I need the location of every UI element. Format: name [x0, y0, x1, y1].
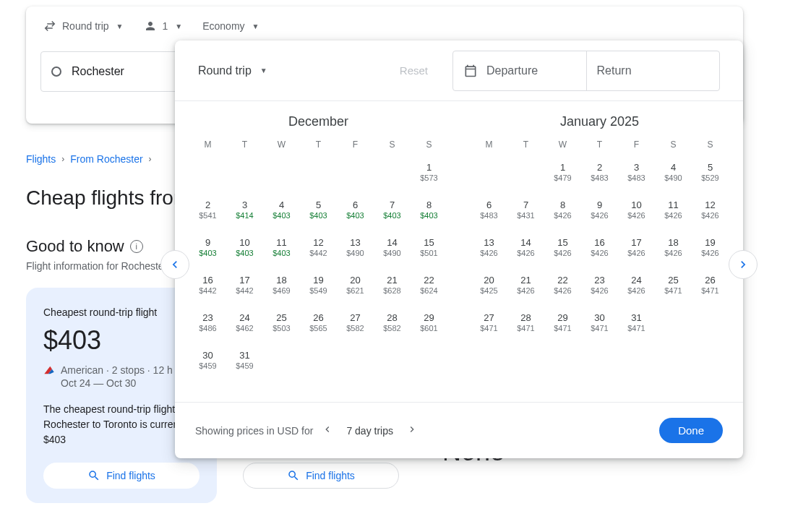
- reset-button[interactable]: Reset: [400, 64, 428, 77]
- calendar-day[interactable]: 28$582: [374, 306, 411, 339]
- calendar-day[interactable]: 7$403: [374, 193, 411, 226]
- calendar-day[interactable]: 14$426: [507, 231, 544, 264]
- picker-trip-type-select[interactable]: Round trip ▼: [198, 64, 267, 77]
- calendar-day[interactable]: 13$426: [471, 231, 507, 264]
- day-number: 23: [594, 275, 604, 286]
- passengers-select[interactable]: 1 ▼: [141, 15, 186, 37]
- find-flights-button-2[interactable]: Find flights: [243, 463, 399, 489]
- calendar-day[interactable]: 9$403: [189, 231, 226, 264]
- calendar-day[interactable]: 7$431: [507, 193, 544, 226]
- calendar-day[interactable]: 2$483: [581, 155, 618, 189]
- calendar-day[interactable]: 20$621: [337, 268, 374, 301]
- day-price: $403: [346, 211, 364, 220]
- calendar-day[interactable]: 2$541: [189, 193, 226, 226]
- day-number: 20: [484, 275, 494, 286]
- calendar-day[interactable]: 1$573: [411, 155, 447, 189]
- calendar-day[interactable]: 23$486: [189, 306, 226, 339]
- day-price: $442: [199, 286, 216, 295]
- cabin-label: Economy: [202, 20, 244, 32]
- calendar-day[interactable]: 4$490: [655, 155, 692, 189]
- calendar-day[interactable]: 11$426: [655, 193, 692, 226]
- breadcrumb-flights[interactable]: Flights: [26, 153, 56, 165]
- calendar-day[interactable]: 29$471: [544, 306, 581, 339]
- trip-type-select[interactable]: Round trip ▼: [40, 15, 126, 37]
- caret-down-icon: ▼: [116, 22, 124, 30]
- calendar-day[interactable]: 30$459: [189, 343, 226, 377]
- calendar-day[interactable]: 13$490: [337, 231, 374, 264]
- day-number: 14: [520, 237, 531, 248]
- day-price: $442: [309, 249, 327, 257]
- calendar-day[interactable]: 21$426: [507, 268, 544, 301]
- origin-value: Rochester: [72, 65, 124, 78]
- calendar-day[interactable]: 21$628: [374, 268, 411, 301]
- calendar-day[interactable]: 10$426: [618, 193, 655, 226]
- calendar-day[interactable]: 14$490: [374, 231, 411, 264]
- calendar-day[interactable]: 27$582: [337, 306, 374, 339]
- calendar-day[interactable]: 29$601: [411, 306, 447, 339]
- calendar-day[interactable]: 28$471: [507, 306, 544, 339]
- breadcrumb-from[interactable]: From Rochester: [70, 153, 142, 165]
- calendar-day[interactable]: 16$442: [189, 268, 226, 301]
- find-flights-button[interactable]: Find flights: [43, 463, 199, 489]
- calendar-day[interactable]: 22$624: [411, 268, 447, 301]
- day-price: $549: [309, 286, 327, 295]
- day-price: $624: [420, 286, 437, 295]
- calendar-day[interactable]: 18$469: [263, 268, 300, 301]
- calendar-day[interactable]: 3$414: [226, 193, 263, 226]
- caret-down-icon: ▼: [260, 66, 267, 74]
- calendar-day[interactable]: 6$403: [337, 193, 374, 226]
- calendar-day[interactable]: 16$426: [581, 231, 618, 264]
- day-number: 10: [239, 237, 249, 248]
- calendar-day[interactable]: 11$403: [263, 231, 300, 264]
- calendar-day[interactable]: 3$483: [618, 155, 655, 189]
- trip-length-prev[interactable]: [322, 424, 333, 437]
- calendar-day[interactable]: 26$565: [300, 306, 337, 339]
- calendar-day[interactable]: 9$426: [581, 193, 618, 226]
- calendar-day[interactable]: 8$426: [544, 193, 581, 226]
- good-to-know-sub: Flight information for Rochester: [26, 260, 167, 272]
- prev-month-button[interactable]: [160, 250, 189, 279]
- calendar-day[interactable]: 12$426: [692, 193, 729, 226]
- info-icon[interactable]: i: [130, 240, 143, 253]
- day-number: 3: [634, 162, 639, 173]
- calendar-day[interactable]: 8$403: [411, 193, 447, 226]
- return-field[interactable]: Return: [586, 51, 720, 90]
- calendar-day[interactable]: 26$471: [692, 268, 729, 301]
- done-button[interactable]: Done: [659, 418, 723, 443]
- calendar-day[interactable]: 19$426: [692, 231, 729, 264]
- calendar-day[interactable]: 23$426: [581, 268, 618, 301]
- calendar-day[interactable]: 31$459: [226, 343, 263, 377]
- trip-length-next[interactable]: [406, 424, 418, 437]
- calendar-day[interactable]: 20$425: [471, 268, 507, 301]
- departure-field[interactable]: Departure: [453, 51, 586, 90]
- calendar-day[interactable]: 10$403: [226, 231, 263, 264]
- calendar-day[interactable]: 31$471: [618, 306, 655, 339]
- calendar-day[interactable]: 6$483: [471, 193, 507, 226]
- calendar-day[interactable]: 17$442: [226, 268, 263, 301]
- calendar-day[interactable]: 19$549: [300, 268, 337, 301]
- calendar-day[interactable]: 1$479: [544, 155, 581, 189]
- day-price: $403: [309, 211, 327, 220]
- calendar-day[interactable]: 5$529: [692, 155, 729, 189]
- calendar-day[interactable]: 24$462: [226, 306, 263, 339]
- calendar-day[interactable]: 25$471: [655, 268, 692, 301]
- calendar-day[interactable]: 25$503: [263, 306, 300, 339]
- calendar-day[interactable]: 30$471: [581, 306, 618, 339]
- calendar-day[interactable]: 27$471: [471, 306, 507, 339]
- calendar-day[interactable]: 15$501: [411, 231, 447, 264]
- origin-circle-icon: [51, 66, 61, 77]
- calendar-day[interactable]: 22$426: [544, 268, 581, 301]
- calendar-day[interactable]: 24$426: [618, 268, 655, 301]
- calendar-day[interactable]: 12$442: [300, 231, 337, 264]
- calendar-day[interactable]: 18$426: [655, 231, 692, 264]
- calendar-day[interactable]: 15$426: [544, 231, 581, 264]
- next-month-button[interactable]: [729, 250, 758, 279]
- cabin-select[interactable]: Economy ▼: [199, 16, 262, 36]
- day-number: 9: [597, 200, 602, 210]
- day-number: 4: [279, 200, 284, 210]
- calendar-day[interactable]: 5$403: [300, 193, 337, 226]
- calendar-day[interactable]: 17$426: [618, 231, 655, 264]
- calendar-month: January 2025MTWTFSS1$4792$4833$4834$4905…: [471, 114, 729, 377]
- calendar-day[interactable]: 4$403: [263, 193, 300, 226]
- day-number: 8: [426, 200, 432, 210]
